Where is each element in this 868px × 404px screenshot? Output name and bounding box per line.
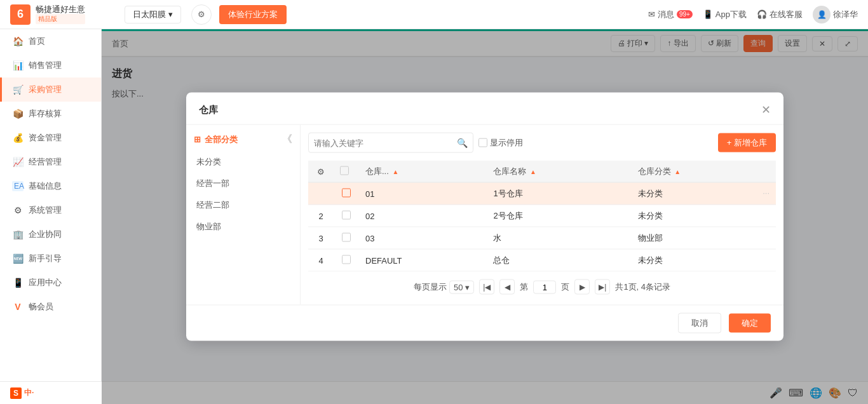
purchase-icon: 🛒: [12, 84, 24, 95]
table-scroll-area[interactable]: ⚙ 仓库... ▲ 仓库名称 ▲: [308, 161, 776, 272]
store-name: 日太阳膜: [133, 9, 166, 20]
sidebar-label-member: 畅会员: [29, 301, 53, 313]
row-actions[interactable]: ···: [763, 188, 770, 198]
warehouse-dialog: 仓库 ✕ ⊞ 全部分类 《 未分类 经营一部 经营二部: [186, 93, 783, 341]
app-download-label: App下载: [715, 9, 747, 20]
enterprise-icon: 🏢: [12, 229, 24, 239]
row-code: 02: [359, 205, 487, 227]
row-checkbox-cell[interactable]: [334, 205, 359, 227]
operation-icon: 📈: [12, 157, 24, 167]
cancel-button[interactable]: 取消: [678, 313, 721, 333]
phone-icon: 📱: [703, 10, 713, 19]
row-name: 水: [487, 227, 631, 249]
th-name-label: 仓库名称: [493, 166, 526, 176]
table-row[interactable]: 01 1号仓库 未分类 ···: [308, 182, 776, 205]
store-selector[interactable]: 日太阳膜 ▾: [125, 6, 181, 24]
category-item-ops2[interactable]: 经营二部: [186, 194, 300, 216]
row-name: 2号仓库: [487, 205, 631, 227]
table-panel: 🔍 显示停用 + 新增仓库 ⚙: [301, 125, 783, 305]
row-checkbox-cell[interactable]: [334, 227, 359, 249]
confirm-button[interactable]: 确定: [729, 314, 771, 333]
finance-icon: 💰: [12, 133, 24, 143]
search-input[interactable]: [314, 138, 457, 147]
sidebar-item-home[interactable]: 🏠 首页: [0, 29, 101, 53]
per-page-label: 每页显示: [414, 281, 447, 293]
sidebar-label-purchase: 采购管理: [29, 84, 62, 95]
sidebar-item-member[interactable]: V 畅会员: [0, 295, 101, 319]
select-all-checkbox[interactable]: [340, 166, 349, 175]
sidebar-item-enterprise[interactable]: 🏢 企业协同: [0, 222, 101, 246]
row-name: 1号仓库: [487, 182, 631, 205]
add-warehouse-button[interactable]: + 新增仓库: [718, 133, 776, 152]
dialog-footer: 取消 确定: [186, 305, 783, 341]
dialog-close-button[interactable]: ✕: [761, 103, 771, 117]
th-checkbox: [334, 161, 359, 183]
row-code: 03: [359, 227, 487, 249]
chevron-down-page-icon: ▾: [465, 282, 470, 292]
sidebar-item-operation[interactable]: 📈 经营管理: [0, 150, 101, 174]
sidebar-item-finance[interactable]: 💰 资金管理: [0, 126, 101, 150]
table-header-row: ⚙ 仓库... ▲ 仓库名称 ▲: [308, 161, 776, 183]
row-checkbox-cell[interactable]: [334, 249, 359, 271]
sidebar-item-inventory[interactable]: 📦 库存核算: [0, 102, 101, 126]
prev-page-button[interactable]: ◀: [499, 279, 515, 295]
settings-button[interactable]: ⚙: [191, 4, 212, 25]
dialog-header: 仓库 ✕: [186, 93, 783, 125]
th-code-label: 仓库...: [365, 166, 389, 176]
last-page-button[interactable]: ▶|: [595, 279, 610, 295]
sidebar-item-purchase[interactable]: 🛒 采购管理: [0, 77, 101, 102]
sort-category-icon: ▲: [674, 168, 681, 175]
first-page-button[interactable]: |◀: [479, 279, 494, 295]
row-category: 未分类 ···: [632, 182, 776, 205]
category-item-ops1[interactable]: 经营一部: [186, 173, 300, 194]
sidebar-item-sales[interactable]: 📊 销售管理: [0, 53, 101, 77]
page-size-dropdown[interactable]: 50 ▾: [449, 280, 474, 293]
sidebar-item-guide[interactable]: 🆕 新手引导: [0, 246, 101, 271]
sidebar-label-enterprise: 企业协同: [29, 229, 62, 240]
user-menu[interactable]: 👤 徐泽华: [813, 6, 858, 24]
sidebar-item-basic[interactable]: EA 基础信息: [0, 174, 101, 198]
collapse-category-button[interactable]: 《: [282, 133, 292, 146]
show-disabled-checkbox[interactable]: [478, 138, 487, 147]
sales-icon: 📊: [12, 60, 24, 71]
table-row[interactable]: 3 03 水 物业部: [308, 227, 776, 249]
row-num: 3: [308, 227, 334, 249]
app-download-button[interactable]: 📱 App下载: [703, 9, 747, 20]
inventory-icon: 📦: [12, 109, 24, 119]
sidebar-label-inventory: 库存核算: [29, 108, 62, 119]
table-row[interactable]: 2 02 2号仓库 未分类: [308, 205, 776, 227]
row-category: 未分类: [632, 205, 776, 227]
dialog-body: ⊞ 全部分类 《 未分类 经营一部 经营二部 物业部: [186, 125, 783, 305]
header-middle: ⚙ 体验行业方案: [191, 4, 287, 25]
row-name: 总仓: [487, 249, 631, 271]
category-item-unclassified[interactable]: 未分类: [186, 151, 300, 173]
th-settings: ⚙: [308, 161, 334, 183]
table-body: 01 1号仓库 未分类 ··· 2 02 2号仓库 未分类 3 03 水 物业部…: [308, 182, 776, 271]
row-num: 4: [308, 249, 334, 271]
sidebar: 🏠 首页 📊 销售管理 🛒 采购管理 📦 库存核算 💰 资金管理 📈 经营管理 …: [0, 29, 102, 404]
row-settings-cell: [308, 182, 334, 205]
row-num: 2: [308, 205, 334, 227]
all-categories-button[interactable]: ⊞ 全部分类: [194, 133, 238, 145]
table-row[interactable]: 4 DEFAULT 总仓 未分类: [308, 249, 776, 271]
message-badge: 99+: [677, 10, 693, 18]
grid-icon: ⊞: [194, 135, 201, 144]
message-button[interactable]: ✉ 消息 99+: [648, 9, 693, 20]
trial-button[interactable]: 体验行业方案: [219, 5, 287, 24]
show-disabled-label: 显示停用: [490, 137, 523, 149]
bottom-logo: S 中·: [10, 387, 34, 399]
all-categories-label: 全部分类: [205, 133, 238, 145]
next-page-button[interactable]: ▶: [574, 279, 590, 295]
row-checkbox-cell[interactable]: [334, 182, 359, 205]
category-item-property[interactable]: 物业部: [186, 216, 300, 238]
online-service-button[interactable]: 🎧 在线客服: [757, 9, 803, 20]
warehouse-table: ⚙ 仓库... ▲ 仓库名称 ▲: [308, 161, 776, 272]
page-number-input[interactable]: [533, 280, 556, 293]
sidebar-item-apps[interactable]: 📱 应用中心: [0, 271, 101, 295]
member-icon: V: [12, 302, 24, 312]
table-toolbar: 🔍 显示停用 + 新增仓库: [308, 133, 776, 153]
sort-code-icon: ▲: [392, 168, 398, 175]
row-category: 物业部: [632, 227, 776, 249]
sidebar-item-system[interactable]: ⚙ 系统管理: [0, 198, 101, 222]
bottom-logo-text: 中·: [24, 387, 34, 398]
